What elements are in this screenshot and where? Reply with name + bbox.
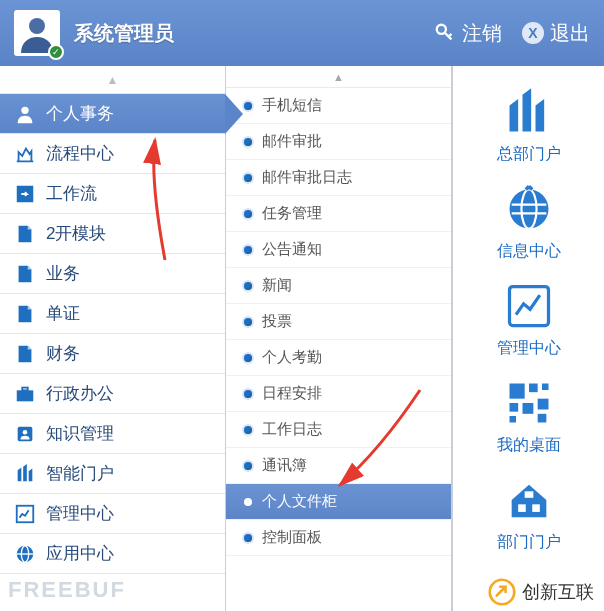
book-person-icon (14, 423, 36, 445)
svg-rect-14 (509, 384, 524, 399)
bullet-icon (244, 174, 252, 182)
key-icon (434, 22, 456, 44)
nav-item-label: 单证 (46, 302, 80, 325)
sub-item[interactable]: 手机短信 (226, 88, 451, 124)
svg-point-2 (21, 106, 28, 113)
nav-item-flowcenter[interactable]: 流程中心 (0, 134, 225, 174)
tile-hq[interactable]: 总部门户 (461, 80, 596, 171)
sub-item[interactable]: 日程安排 (226, 376, 451, 412)
sub-item-label: 日程安排 (262, 384, 322, 403)
briefcase-icon (14, 383, 36, 405)
nav-item-label: 管理中心 (46, 502, 114, 525)
svg-rect-5 (22, 387, 28, 390)
top-bar: ✓ 系统管理员 注销 X 退出 (0, 0, 604, 66)
chart-box-icon (503, 280, 555, 332)
nav-collapse-button[interactable]: ▲ (0, 66, 225, 94)
nav-item-module2[interactable]: 2开模块 (0, 214, 225, 254)
tile-manage[interactable]: 管理中心 (461, 274, 596, 365)
sub-item-selected[interactable]: 个人文件柜 (226, 484, 451, 520)
sub-item-label: 控制面板 (262, 528, 322, 547)
chevron-up-icon: ▲ (107, 73, 119, 87)
sub-item[interactable]: 任务管理 (226, 196, 451, 232)
svg-rect-13 (509, 287, 548, 326)
nav-item-personal[interactable]: 个人事务 (0, 94, 225, 134)
nav-item-label: 个人事务 (46, 102, 114, 125)
nav-item-label: 流程中心 (46, 142, 114, 165)
sub-item[interactable]: 通讯簿 (226, 448, 451, 484)
document-icon (14, 263, 36, 285)
bullet-icon (244, 282, 252, 290)
nav-item-label: 行政办公 (46, 382, 114, 405)
tile-label: 部门门户 (497, 532, 561, 553)
sub-item[interactable]: 工作日志 (226, 412, 451, 448)
logout-label: 注销 (462, 20, 502, 47)
sub-item[interactable]: 控制面板 (226, 520, 451, 556)
house-icon (503, 474, 555, 526)
right-panel: 总部门户 信息中心 管理中心 我的桌面 部门门户 (452, 66, 604, 611)
sub-item-label: 邮件审批日志 (262, 168, 352, 187)
tile-label: 管理中心 (497, 338, 561, 359)
username-label: 系统管理员 (74, 20, 174, 47)
nav-item-appcenter[interactable]: 应用中心 (0, 534, 225, 574)
sub-item[interactable]: 邮件审批 (226, 124, 451, 160)
sub-item[interactable]: 投票 (226, 304, 451, 340)
exit-label: 退出 (550, 20, 590, 47)
arrow-square-icon (14, 183, 36, 205)
svg-point-0 (29, 18, 45, 34)
sub-item-label: 个人考勤 (262, 348, 322, 367)
sub-item[interactable]: 新闻 (226, 268, 451, 304)
svg-rect-21 (537, 414, 546, 423)
sub-item-label: 个人文件柜 (262, 492, 337, 511)
bullet-icon (244, 246, 252, 254)
nav-item-portal[interactable]: 智能门户 (0, 454, 225, 494)
bullet-icon (244, 318, 252, 326)
chart-box-icon (14, 503, 36, 525)
bullet-icon (244, 210, 252, 218)
nav-item-label: 工作流 (46, 182, 97, 205)
bullet-icon (244, 534, 252, 542)
document-icon (14, 343, 36, 365)
tile-desktop[interactable]: 我的桌面 (461, 371, 596, 462)
nav-item-workflow[interactable]: 工作流 (0, 174, 225, 214)
sub-item-label: 邮件审批 (262, 132, 322, 151)
nav-item-knowledge[interactable]: 知识管理 (0, 414, 225, 454)
svg-rect-8 (17, 505, 34, 522)
nav-item-finance[interactable]: 财务 (0, 334, 225, 374)
buildings-icon (503, 86, 555, 138)
svg-point-11 (509, 190, 548, 229)
submenu-collapse-button[interactable]: ▲ (226, 66, 451, 88)
svg-rect-19 (537, 399, 548, 410)
nav-item-admin[interactable]: 行政办公 (0, 374, 225, 414)
bullet-icon (244, 138, 252, 146)
logout-button[interactable]: 注销 (434, 20, 502, 47)
svg-rect-18 (522, 403, 533, 414)
globe-icon (14, 543, 36, 565)
tile-info[interactable]: 信息中心 (461, 177, 596, 268)
sub-item-label: 投票 (262, 312, 292, 331)
sub-item[interactable]: 邮件审批日志 (226, 160, 451, 196)
bullet-icon (244, 354, 252, 362)
globe-antenna-icon (503, 183, 555, 235)
submenu: ▲ 手机短信 邮件审批 邮件审批日志 任务管理 公告通知 新闻 投票 个人考勤 … (226, 66, 452, 611)
nav-item-label: 知识管理 (46, 422, 114, 445)
tile-label: 我的桌面 (497, 435, 561, 456)
exit-button[interactable]: X 退出 (522, 20, 590, 47)
svg-rect-16 (542, 384, 549, 391)
sub-item[interactable]: 个人考勤 (226, 340, 451, 376)
left-nav: ▲ 个人事务 流程中心 工作流 2开模块 业务 单证 财务 (0, 66, 226, 611)
sub-item-label: 通讯簿 (262, 456, 307, 475)
sub-item-label: 工作日志 (262, 420, 322, 439)
svg-rect-4 (17, 390, 34, 401)
avatar[interactable]: ✓ (14, 10, 60, 56)
nav-item-voucher[interactable]: 单证 (0, 294, 225, 334)
svg-rect-23 (532, 504, 540, 512)
nav-item-label: 应用中心 (46, 542, 114, 565)
nav-item-business[interactable]: 业务 (0, 254, 225, 294)
apps-grid-icon (503, 377, 555, 429)
document-icon (14, 223, 36, 245)
person-icon (14, 103, 36, 125)
nav-item-mgmtcenter[interactable]: 管理中心 (0, 494, 225, 534)
sub-item[interactable]: 公告通知 (226, 232, 451, 268)
tile-dept[interactable]: 部门门户 (461, 468, 596, 559)
nav-item-label: 业务 (46, 262, 80, 285)
